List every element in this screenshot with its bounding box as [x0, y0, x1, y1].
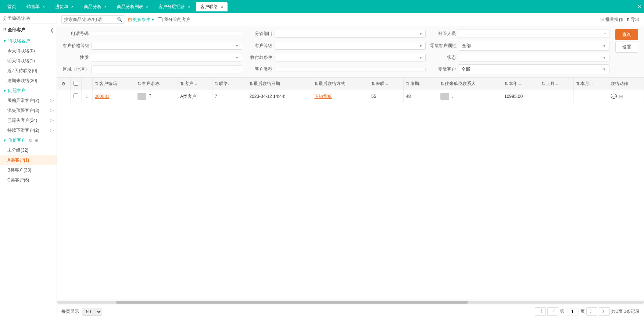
price-level-select[interactable]: ▼	[92, 42, 242, 50]
my-customers-checkbox-label[interactable]: 我分管的客户	[158, 17, 190, 23]
nav-product-list-close[interactable]: ×	[146, 5, 149, 9]
last-method-link[interactable]: 下销货单	[314, 94, 332, 99]
sidebar-item-unclassified[interactable]: 未分组(32)	[0, 145, 57, 155]
value-settings-icon[interactable]: ⚙	[35, 138, 39, 143]
sidebar-item-today[interactable]: 今天待联络(0)	[0, 46, 57, 56]
nav-product-analysis-list[interactable]: 商品分析列表 ×	[112, 2, 153, 11]
sidebar-item-declining[interactable]: 持续下滑客户(2) ⓘ	[0, 126, 57, 135]
export-icon: ⬆	[626, 17, 630, 22]
phone-input[interactable]	[91, 32, 242, 35]
ctype-input[interactable]	[275, 68, 426, 71]
sidebar: 🔍 ⠿ 全部客户 ❮ ▼ 待联络客户 今天待联络(0) 明天待联络(1) 近7天…	[0, 13, 57, 318]
sidebar-item-7days[interactable]: 近7天待联络(0)	[0, 66, 57, 76]
nav-sales[interactable]: 销售单 ×	[22, 2, 49, 11]
page-label: 第	[560, 308, 564, 315]
col-code-sort[interactable]: ⇅	[95, 81, 99, 86]
last-page-btn[interactable]: 》	[599, 307, 610, 316]
nav-sales-close[interactable]: ×	[43, 5, 45, 9]
col-this-month: ⇅ 本月...	[573, 78, 608, 90]
nav-product-analysis[interactable]: 商品分析 ×	[79, 2, 111, 11]
retail-attr-select[interactable]: 全部 ▼	[459, 41, 609, 51]
sidebar-item-type-a[interactable]: A类客户(1)	[0, 155, 57, 165]
col-contact-sort[interactable]: ⇅	[215, 81, 218, 86]
nav-customer-stratify[interactable]: 客户分层经营 ×	[154, 2, 194, 11]
col-company-contact-sort[interactable]: ⇅	[440, 81, 444, 86]
nav-product-analysis-close[interactable]: ×	[104, 5, 107, 9]
status-select[interactable]: ▼	[458, 54, 609, 61]
retail-select[interactable]: 全部 ▼	[458, 64, 609, 74]
nav-purchase-close[interactable]: ×	[71, 5, 74, 9]
my-customers-checkbox[interactable]	[158, 17, 162, 22]
sidebar-item-hoarding[interactable]: 囤购异常客户(2) ⓘ	[0, 96, 57, 106]
col-overdue-sort[interactable]: ⇅	[406, 81, 409, 86]
sidebar-item-overdue[interactable]: 逾期未联络(30)	[0, 76, 57, 86]
customer-level-select[interactable]: ▼	[275, 42, 426, 50]
nature-select[interactable]: ▼	[91, 54, 242, 61]
sidebar-section-problem[interactable]: ▼ 问题客户	[0, 86, 57, 96]
filter-search-input[interactable]	[64, 17, 115, 22]
hint-icon-churn-warning: ⓘ	[50, 108, 54, 113]
next-page-btn[interactable]: 〉	[586, 307, 597, 316]
sidebar-all-customers[interactable]: ⠿ 全部客户 ❮	[0, 24, 57, 36]
sidebar-section-value[interactable]: ▼ 价值客户 ↻ ⚙	[0, 135, 57, 145]
prev-page-btn[interactable]: 〈	[547, 307, 558, 316]
sidebar-collapse-btn[interactable]: ❮	[50, 28, 54, 33]
nav-customer-contact[interactable]: 客户联络 ×	[196, 2, 228, 11]
col-settings[interactable]: ⚙	[57, 78, 70, 90]
grid-action-icon[interactable]: ⊞	[619, 93, 623, 99]
pending-arrow: ▼	[3, 39, 7, 43]
sidebar-search-input[interactable]	[3, 16, 57, 21]
value-refresh-icon[interactable]: ↻	[29, 138, 32, 143]
select-all-checkbox[interactable]	[74, 81, 78, 86]
sidebar-item-type-b[interactable]: B类客户(33)	[0, 165, 57, 175]
row-checkbox-cell[interactable]	[70, 90, 81, 103]
row-company-contact-cell: .	[438, 90, 502, 103]
ctype-label: 客户类型	[247, 66, 272, 73]
page-input[interactable]	[566, 308, 579, 315]
nav-purchase[interactable]: 进货单 ×	[51, 2, 78, 11]
sidebar-item-churned[interactable]: 已流失客户(24) ⓘ	[0, 116, 57, 126]
filter-field-region: 区域（地区） ···	[63, 65, 242, 74]
comment-action-icon[interactable]: 💬	[611, 93, 617, 99]
region-input[interactable]: ···	[92, 65, 242, 74]
dept-select[interactable]: ▼	[275, 30, 426, 38]
col-type-sort[interactable]: ⇅	[180, 81, 184, 86]
page-size-select[interactable]: 20 50 100	[82, 308, 102, 316]
nav-customer-contact-close[interactable]: ×	[221, 5, 223, 9]
problem-arrow: ▼	[3, 89, 7, 93]
sidebar-item-tomorrow[interactable]: 明天待联络(1)	[0, 56, 57, 66]
value-arrow: ▼	[3, 138, 7, 142]
payment-select[interactable]: ▼	[275, 54, 426, 61]
more-conditions-btn[interactable]: ⊞ 更多条件 ▼	[128, 17, 155, 23]
col-this-month-sort[interactable]: ⇅	[576, 81, 580, 86]
sidebar-item-type-c[interactable]: C类客户(6)	[0, 175, 57, 185]
manager-input[interactable]: ···	[458, 29, 609, 38]
batch-op-btn[interactable]: ☑ 批量操作	[600, 17, 623, 23]
sidebar-item-churn-warning[interactable]: 流失预警客户(3) ⓘ	[0, 106, 57, 116]
settings-gear-icon[interactable]: ⚙	[61, 81, 65, 86]
settings-btn[interactable]: 设置	[615, 42, 638, 53]
scroll-thumb[interactable]	[116, 301, 468, 304]
col-this-year-sort[interactable]: ⇅	[504, 81, 508, 86]
nav-customer-stratify-close[interactable]: ×	[188, 5, 190, 9]
row-last-method-cell[interactable]: 下销货单	[312, 90, 369, 103]
col-name-sort[interactable]: ⇅	[137, 81, 141, 86]
first-page-btn[interactable]: 《	[535, 307, 546, 316]
row-code-cell[interactable]: 000031	[92, 90, 135, 103]
horizontal-scrollbar[interactable]	[57, 299, 644, 305]
col-checkbox-header[interactable]	[70, 78, 81, 90]
row-checkbox[interactable]	[74, 93, 78, 98]
query-btn[interactable]: 查询	[615, 29, 638, 40]
col-uncontacted-sort[interactable]: ⇅	[371, 81, 375, 86]
row-name-cell: ?	[135, 90, 178, 103]
content-area: 🔍 ⊞ 更多条件 ▼ 我分管的客户 ☑ 批量操作 ⬆ 导出	[57, 13, 644, 318]
col-last-method-sort[interactable]: ⇅	[314, 81, 318, 86]
filter-search-icon[interactable]: 🔍	[117, 17, 122, 22]
close-all-btn[interactable]: ×	[638, 3, 641, 10]
col-last-month-sort[interactable]: ⇅	[541, 81, 545, 86]
customer-code-link[interactable]: 000031	[95, 94, 110, 99]
nav-home[interactable]: 首页	[3, 2, 21, 11]
export-btn[interactable]: ⬆ 导出	[626, 17, 640, 23]
sidebar-section-pending[interactable]: ▼ 待联络客户	[0, 36, 57, 46]
col-last-date-sort[interactable]: ⇅	[249, 81, 253, 86]
